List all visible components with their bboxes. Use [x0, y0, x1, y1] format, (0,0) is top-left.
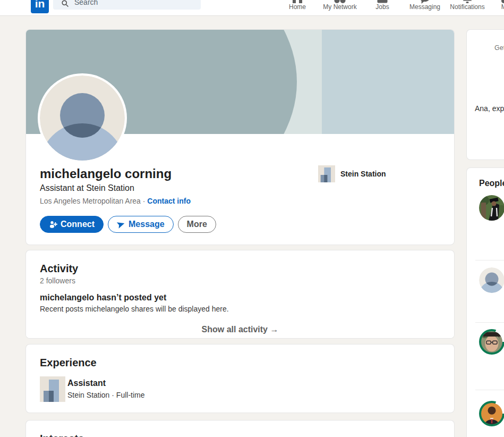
- suggested-person-1[interactable]: [479, 195, 504, 221]
- interests-title: Interests: [40, 433, 84, 437]
- activity-title: Activity: [40, 262, 78, 275]
- suggested-person-2[interactable]: [479, 267, 504, 293]
- experience-role: Assistant: [67, 378, 106, 389]
- people-also-viewed-card: People: [466, 167, 504, 437]
- profile-location: Los Angeles Metropolitan Area: [40, 197, 141, 205]
- suggested-person-4[interactable]: [479, 401, 504, 426]
- open-to-work-ring: [479, 401, 504, 426]
- people-section-title: People: [479, 179, 504, 188]
- nav-label-me: Me: [484, 3, 504, 11]
- suggested-person-3[interactable]: [479, 329, 504, 355]
- connect-button[interactable]: Connect: [40, 216, 104, 233]
- people-divider: [475, 322, 504, 323]
- send-icon: [116, 219, 126, 230]
- company-logo: [318, 165, 335, 182]
- message-button[interactable]: Message: [108, 216, 174, 233]
- right-rail-ad-card: Get Ana, exp: [466, 29, 504, 160]
- nav-item-my-network[interactable]: My Network: [319, 0, 361, 16]
- experience-company-logo: [40, 376, 65, 402]
- nav-label-home: Home: [276, 3, 319, 11]
- open-to-work-ring: [479, 329, 504, 355]
- connect-button-label: Connect: [61, 220, 95, 229]
- activity-card: Activity 2 followers michelangelo hasn’t…: [25, 250, 455, 339]
- profile-photo[interactable]: [38, 73, 127, 163]
- profile-action-buttons: Connect Message More: [40, 216, 216, 233]
- search-placeholder: Search: [74, 0, 98, 6]
- nav-item-me[interactable]: Me: [484, 0, 504, 16]
- nav-label-jobs: Jobs: [361, 3, 404, 11]
- top-navigation-bar: in Search Home My Network Jobs Messaging…: [0, 0, 504, 16]
- linkedin-logo[interactable]: in: [31, 0, 49, 13]
- more-button-label: More: [187, 220, 207, 229]
- linkedin-profile-page: { "nav": { "logo": "in", "search_placeho…: [0, 0, 504, 437]
- experience-title: Experience: [40, 356, 97, 369]
- profile-name: michelangelo corning: [40, 166, 172, 182]
- people-divider: [475, 260, 504, 260]
- more-button[interactable]: More: [178, 216, 216, 233]
- profile-headline: Assistant at Stein Station: [40, 183, 134, 194]
- current-company-chip[interactable]: Stein Station: [318, 165, 386, 182]
- company-name: Stein Station: [340, 170, 386, 178]
- contact-info-link[interactable]: Contact info: [147, 197, 191, 205]
- profile-card: michelangelo corning Assistant at Stein …: [25, 29, 455, 245]
- followers-count: 2 followers: [40, 276, 75, 285]
- profile-location-row: Los Angeles Metropolitan Area · Contact …: [40, 196, 191, 206]
- person-photo-glasses: [481, 331, 502, 352]
- nav-item-notifications[interactable]: Notifications: [446, 0, 489, 16]
- person-placeholder-avatar: [479, 267, 504, 293]
- nav-label-messaging: Messaging: [404, 3, 446, 11]
- search-icon: [61, 0, 69, 7]
- person-photo-suit: [481, 403, 502, 424]
- nav-item-messaging[interactable]: Messaging: [404, 0, 446, 16]
- nav-item-jobs[interactable]: Jobs: [361, 0, 404, 16]
- ad-tagline: Get: [494, 44, 504, 52]
- activity-empty-title: michelangelo hasn’t posted yet: [40, 292, 166, 303]
- experience-card: Experience Assistant Stein Station · Ful…: [25, 344, 455, 413]
- nav-label-my-network: My Network: [319, 3, 361, 11]
- experience-meta: Stein Station · Full-time: [67, 390, 145, 400]
- interests-card: Interests: [25, 420, 455, 437]
- activity-empty-subtitle: Recent posts michelangelo shares will be…: [40, 304, 229, 314]
- ghost-person-avatar: [40, 75, 125, 161]
- connect-person-plus-icon: [49, 220, 57, 229]
- nav-label-notifications: Notifications: [446, 3, 489, 11]
- nav-item-home[interactable]: Home: [276, 0, 319, 16]
- message-button-label: Message: [129, 220, 165, 229]
- ad-personalized-text: Ana, exp: [475, 104, 504, 113]
- people-divider: [475, 390, 504, 390]
- show-all-activity-button[interactable]: Show all activity →: [26, 320, 454, 339]
- search-input[interactable]: Search: [53, 0, 201, 10]
- person-photo-graduation: [479, 195, 504, 221]
